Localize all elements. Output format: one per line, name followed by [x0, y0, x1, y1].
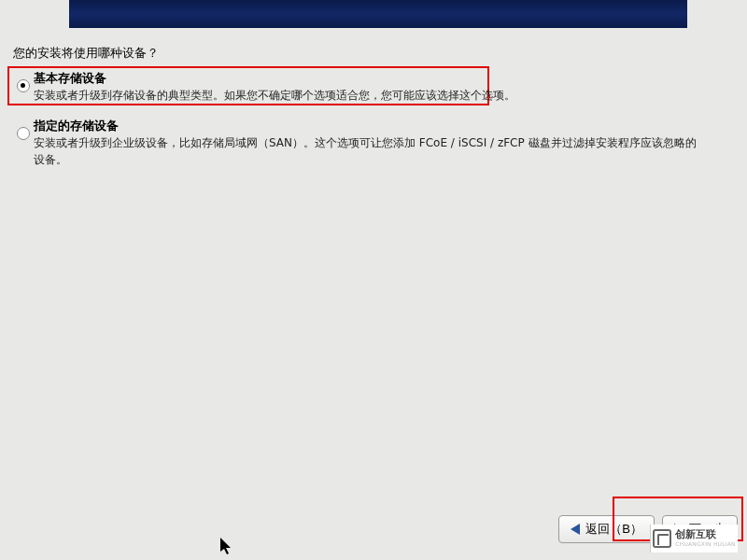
watermark: 创新互联 CHUANGXIN HULIAN: [650, 525, 738, 553]
mouse-cursor-icon: [220, 538, 233, 556]
option-description: 安装或者升级到存储设备的典型类型。如果您不确定哪个选项适合您，您可能应该选择这个…: [34, 87, 515, 104]
watermark-text: 创新互联 CHUANGXIN HULIAN: [675, 529, 735, 549]
radio-option-specified[interactable]: 指定的存储设备 安装或者升级到企业级设备，比如存储局域网（SAN）。这个选项可让…: [13, 118, 706, 168]
option-description: 安装或者升级到企业级设备，比如存储局域网（SAN）。这个选项可让您添加 FCoE…: [34, 134, 706, 168]
watermark-logo-icon: [653, 529, 671, 548]
radio-button-specified[interactable]: [17, 127, 30, 140]
radio-button-basic[interactable]: [17, 79, 30, 92]
page-title: 您的安装将使用哪种设备？: [13, 45, 159, 62]
back-button[interactable]: 返回（B）: [558, 515, 655, 543]
arrow-left-icon: [571, 524, 580, 535]
header-gradient-band: [69, 0, 687, 28]
option-title: 基本存储设备: [34, 70, 515, 87]
back-button-label: 返回（B）: [585, 521, 642, 538]
radio-option-basic[interactable]: 基本存储设备 安装或者升级到存储设备的典型类型。如果您不确定哪个选项适合您，您可…: [13, 70, 515, 104]
option-title: 指定的存储设备: [34, 118, 706, 134]
